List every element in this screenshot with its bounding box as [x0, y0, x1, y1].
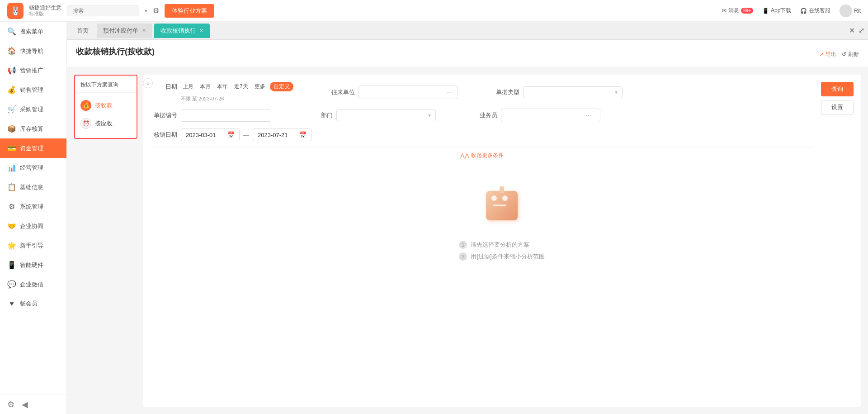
tab-bar: 首页 预付冲应付单 ✕ 收款核销执行 ✕ ✕ ⤢ — [67, 22, 868, 40]
bill-no-input[interactable] — [181, 109, 271, 122]
sidebar-item-system[interactable]: ⚙ 系统管理 — [0, 197, 66, 216]
sidebar-item-label: 畅会员 — [20, 300, 38, 308]
message-badge: 99+ — [741, 8, 753, 14]
tab-home-label: 首页 — [77, 27, 89, 35]
sidebar: 🔍 搜索菜单 🏠 快捷导航 📢 营销推广 💰 销售管理 🛒 采购管理 📦 库存核… — [0, 22, 67, 414]
sidebar-item-basic-info[interactable]: 📋 基础信息 — [0, 177, 66, 197]
writeoff-start-input[interactable]: 2023-03-01 📅 — [181, 128, 240, 141]
panel-collapse-btn[interactable]: « — [143, 78, 153, 88]
shortcut-this-month[interactable]: 本月 — [198, 82, 212, 91]
online-service-item[interactable]: 🎧 在线客服 — [800, 7, 830, 14]
tab-writeoff-close-icon[interactable]: ✕ — [199, 28, 203, 33]
filter-by-receivable[interactable]: ⏰ 按应收 — [75, 114, 137, 133]
collapse-conditions-button[interactable]: ⋀⋀ 收起更多条件 — [460, 152, 504, 159]
by-receivable-icon: ⏰ — [80, 118, 91, 129]
user-avatar — [840, 5, 852, 17]
app-download-item[interactable]: 📱 App下载 — [762, 7, 791, 14]
filter-by-receipt[interactable]: 💰 按收款 — [75, 96, 137, 114]
export-button[interactable]: ↗ 导出 — [819, 51, 836, 58]
partner-field: 往来单位 ··· — [328, 86, 458, 99]
refresh-button[interactable]: ↺ 刷新 — [842, 51, 859, 58]
form-row-2: 单据编号 部门 ▾ 业务员 — [150, 109, 814, 122]
tab-prepay-label: 预付冲应付单 — [103, 27, 138, 35]
user-item[interactable]: Rit — [840, 5, 861, 17]
date-shortcuts-row: 日期 上月 本月 本年 近7天 更多 自定义 — [150, 82, 293, 91]
sidebar-item-sales[interactable]: 💰 销售管理 — [0, 80, 66, 100]
writeoff-date-field: 核销日期 2023-03-01 📅 — 2023-07-21 📅 — [150, 128, 311, 141]
page-header: 收款核销执行(按收款) ↗ 导出 ↺ 刷新 — [67, 40, 868, 67]
dept-label: 部门 — [306, 111, 333, 119]
app-name: 畅捷通好生意 — [29, 5, 61, 11]
sidebar-item-hardware[interactable]: 📱 智能硬件 — [0, 255, 66, 275]
sidebar-item-guide[interactable]: 🌟 新手引导 — [0, 236, 66, 255]
date-field-group: 日期 上月 本月 本年 近7天 更多 自定义 — [150, 82, 293, 102]
shortcut-this-year[interactable]: 本年 — [215, 82, 230, 91]
marketing-icon: 📢 — [7, 66, 16, 75]
tab-home[interactable]: 首页 — [71, 24, 95, 38]
collapse-conditions-label: 收起更多条件 — [471, 152, 504, 159]
settings-icon[interactable]: ⚙ — [153, 6, 159, 15]
sidebar-item-finance[interactable]: 💳 资金管理 — [0, 138, 66, 158]
step-2-text: 用[过滤]条件来缩小分析范围 — [471, 251, 544, 262]
sidebar-item-member[interactable]: ♥ 畅会员 — [0, 294, 66, 313]
bill-type-select[interactable]: ▾ — [523, 86, 623, 98]
shortcut-more[interactable]: 更多 — [253, 82, 267, 91]
message-icon: ✉ — [722, 8, 726, 14]
bill-no-field: 单据编号 — [150, 109, 271, 122]
dept-select[interactable]: ▾ — [336, 109, 436, 121]
bill-type-chevron-icon: ▾ — [615, 89, 618, 95]
sidebar-item-search-menu[interactable]: 🔍 搜索菜单 — [0, 22, 66, 41]
member-icon: ♥ — [7, 300, 16, 308]
tab-writeoff-label: 收款核销执行 — [160, 27, 196, 35]
service-icon: 🎧 — [800, 8, 807, 14]
sidebar-item-marketing[interactable]: 📢 营销推广 — [0, 61, 66, 80]
settings-button[interactable]: 设置 — [821, 100, 854, 114]
tab-prepay[interactable]: 预付冲应付单 ✕ — [97, 24, 152, 38]
bill-type-label: 单据类型 — [492, 88, 519, 96]
enterprise-icon: 🤝 — [7, 222, 16, 230]
collapse-up-icon: ⋀⋀ — [460, 152, 469, 159]
message-item[interactable]: ✉ 消息 99+ — [722, 7, 753, 14]
top-search-input[interactable] — [67, 5, 139, 16]
basic-info-icon: 📋 — [7, 183, 16, 191]
shortcut-7days[interactable]: 近7天 — [232, 82, 250, 91]
industry-btn[interactable]: 体验行业方案 — [165, 4, 214, 18]
partner-select[interactable]: ··· — [359, 86, 458, 99]
message-label: 消息 — [728, 7, 739, 14]
guide-icon: 🌟 — [7, 241, 16, 250]
finance-icon: 💳 — [7, 144, 16, 152]
tab-prepay-close-icon[interactable]: ✕ — [142, 28, 146, 33]
sidebar-item-inventory[interactable]: 📦 库存核算 — [0, 119, 66, 138]
bottom-settings-icon[interactable]: ⚙ — [7, 400, 14, 409]
app-logo: 🐰 — [7, 3, 24, 19]
sidebar-item-operations[interactable]: 📊 经营管理 — [0, 158, 66, 177]
shortcut-last-month[interactable]: 上月 — [181, 82, 195, 91]
tab-close-action-icon[interactable]: ✕ — [849, 26, 855, 35]
step-2-num: 2 — [459, 252, 467, 261]
writeoff-start-cal-icon: 📅 — [227, 131, 235, 138]
top-bar-right: ✉ 消息 99+ 📱 App下载 🎧 在线客服 Rit — [722, 5, 861, 17]
tab-expand-action-icon[interactable]: ⤢ — [859, 26, 864, 35]
sidebar-item-wechat[interactable]: 💬 企业微信 — [0, 275, 66, 294]
date-range-separator: — — [243, 132, 249, 138]
query-form: 日期 上月 本月 本年 近7天 更多 自定义 — [143, 75, 861, 407]
sales-icon: 💰 — [7, 86, 16, 94]
sidebar-item-label: 企业微信 — [20, 281, 43, 289]
tab-writeoff[interactable]: 收款核销执行 ✕ — [154, 24, 210, 38]
robot-antenna — [500, 186, 504, 193]
sidebar-item-label: 库存核算 — [20, 125, 43, 133]
query-button[interactable]: 查询 — [821, 82, 854, 96]
bottom-collapse-icon[interactable]: ◀ — [22, 400, 28, 409]
sidebar-item-label: 搜索菜单 — [20, 28, 43, 36]
shortcut-custom[interactable]: 自定义 — [270, 82, 293, 91]
sidebar-item-label: 快捷导航 — [20, 47, 43, 55]
content-area: 按以下方案查询 💰 按收款 ⏰ 按应收 « — [67, 67, 868, 414]
search-chevron-icon[interactable]: ▾ — [145, 8, 147, 14]
sidebar-item-label: 销售管理 — [20, 86, 43, 94]
sidebar-item-purchase[interactable]: 🛒 采购管理 — [0, 100, 66, 119]
sidebar-item-enterprise[interactable]: 🤝 企业协同 — [0, 216, 66, 236]
writeoff-end-input[interactable]: 2023-07-21 📅 — [253, 128, 311, 141]
salesperson-select[interactable]: ··· — [501, 109, 600, 122]
writeoff-start-value: 2023-03-01 — [186, 132, 216, 138]
sidebar-item-quick-nav[interactable]: 🏠 快捷导航 — [0, 41, 66, 61]
